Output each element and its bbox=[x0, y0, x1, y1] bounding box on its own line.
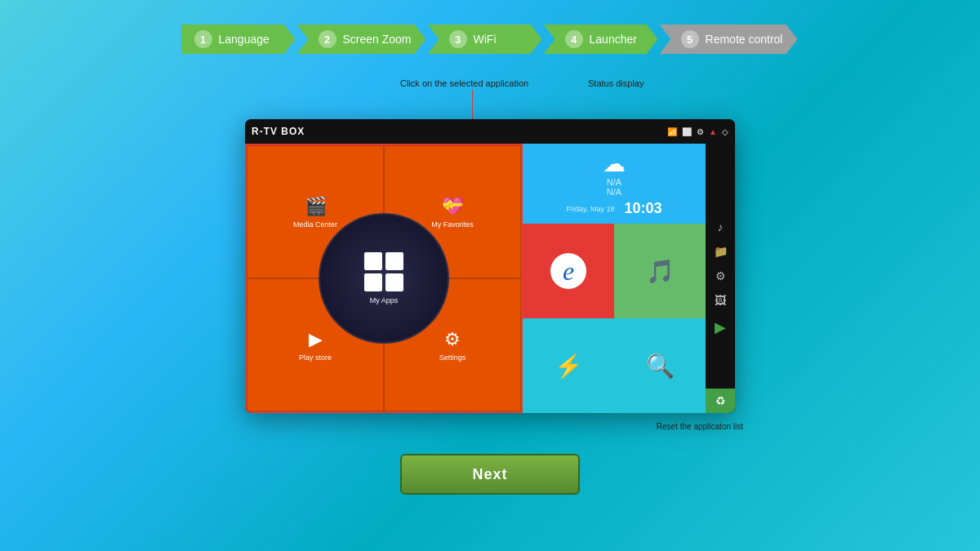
wizard-steps: 1 Language 2 Screen Zoom 3 WiFi 4 Launch… bbox=[181, 24, 800, 54]
tile-internet-explorer[interactable]: e bbox=[523, 224, 614, 318]
tile-music[interactable]: 🎵 bbox=[614, 224, 706, 318]
weather-tile: ☁ N/A N/A Friday, May 18 10:03 bbox=[523, 144, 706, 224]
tvbox-logo: R-TV BOX bbox=[252, 126, 305, 137]
my-apps-circle[interactable]: My Apps bbox=[318, 213, 449, 344]
step-4[interactable]: 4 Launcher bbox=[544, 24, 658, 54]
gear-sidebar-icon[interactable]: ⚙ bbox=[715, 269, 726, 282]
right-panel: ☁ N/A N/A Friday, May 18 10:03 e bbox=[523, 144, 706, 413]
step-5[interactable]: 5 Remote control bbox=[660, 24, 798, 54]
play-store-label: Play store bbox=[299, 353, 332, 362]
date-label: Friday, May 18 bbox=[567, 205, 615, 213]
tile-thunder[interactable]: ⚡ bbox=[523, 318, 614, 413]
next-button[interactable]: Next bbox=[400, 454, 580, 495]
music-icon: 🎵 bbox=[646, 258, 675, 285]
tvbox-container: R-TV BOX 📶 ⬜ ⚙ ▲ ◇ 🎬 Media Center bbox=[245, 119, 735, 413]
tvbox-screen: R-TV BOX 📶 ⬜ ⚙ ▲ ◇ 🎬 Media Center bbox=[245, 119, 735, 413]
step-2-number: 2 bbox=[318, 30, 336, 48]
step-1[interactable]: 1 Language bbox=[181, 24, 296, 54]
wifi-icon: 📶 bbox=[667, 127, 677, 136]
step-1-label: Language bbox=[219, 33, 270, 46]
step-2[interactable]: 2 Screen Zoom bbox=[297, 24, 426, 54]
battery-icon: ◇ bbox=[722, 127, 728, 136]
step-4-number: 4 bbox=[565, 30, 583, 48]
step-3[interactable]: 3 WiFi bbox=[428, 24, 542, 54]
image-sidebar-icon[interactable]: 🖼 bbox=[715, 294, 726, 307]
folder-sidebar-icon[interactable]: 📁 bbox=[714, 245, 728, 258]
time-display: 10:03 bbox=[624, 200, 662, 217]
settings-tile-icon: ⚙ bbox=[444, 329, 461, 350]
click-annotation-line bbox=[472, 90, 473, 119]
music-sidebar-icon[interactable]: ♪ bbox=[718, 220, 724, 233]
step-3-number: 3 bbox=[449, 30, 467, 48]
status-annotation-label: Status display bbox=[588, 78, 644, 88]
tvbox-header: R-TV BOX 📶 ⬜ ⚙ ▲ ◇ bbox=[245, 119, 735, 144]
step-2-label: Screen Zoom bbox=[343, 33, 412, 46]
weather-na1: N/A bbox=[607, 177, 621, 187]
browser-icon: 🔍 bbox=[646, 353, 675, 380]
click-annotation-label: Click on the selected application bbox=[400, 78, 528, 88]
settings-icon-small: ⚙ bbox=[697, 127, 704, 136]
alert-icon: ▲ bbox=[709, 127, 717, 136]
favorites-icon: 💝 bbox=[442, 196, 464, 217]
step-5-label: Remote control bbox=[706, 33, 783, 46]
settings-tile-label: Settings bbox=[439, 353, 466, 362]
cloud-icon: ☁ bbox=[603, 150, 626, 177]
media-center-label: Media Center bbox=[293, 220, 337, 229]
ie-icon: e bbox=[550, 253, 586, 289]
play-sidebar-icon[interactable]: ▶ bbox=[715, 318, 726, 336]
media-center-icon: 🎬 bbox=[305, 196, 327, 217]
tile-browser[interactable]: 🔍 bbox=[614, 318, 706, 413]
apps-grid-icon bbox=[364, 252, 403, 291]
left-tiles-panel: 🎬 Media Center 💝 My Favorites ▶ Play sto… bbox=[245, 144, 523, 413]
step-5-number: 5 bbox=[681, 30, 699, 48]
tvbox-sidebar: ♪ 📁 ⚙ 🖼 ▶ bbox=[706, 119, 735, 413]
my-apps-label: My Apps bbox=[370, 296, 399, 304]
reset-annotation-label: Reset the applicaton list bbox=[657, 422, 743, 431]
reset-icon: ♻ bbox=[715, 394, 726, 407]
tvbox-status-icons: 📶 ⬜ ⚙ ▲ ◇ bbox=[667, 127, 728, 136]
step-4-label: Launcher bbox=[590, 33, 637, 46]
step-1-number: 1 bbox=[194, 30, 212, 48]
play-store-icon: ▶ bbox=[309, 329, 323, 350]
thunder-icon: ⚡ bbox=[555, 353, 583, 380]
weather-na2: N/A bbox=[607, 187, 621, 197]
favorites-label: My Favorites bbox=[431, 220, 474, 229]
reset-app-list-button[interactable]: ♻ bbox=[706, 389, 735, 413]
screen-icon: ⬜ bbox=[682, 127, 692, 136]
content-area: Click on the selected application Status… bbox=[245, 78, 735, 413]
step-3-label: WiFi bbox=[474, 33, 497, 46]
